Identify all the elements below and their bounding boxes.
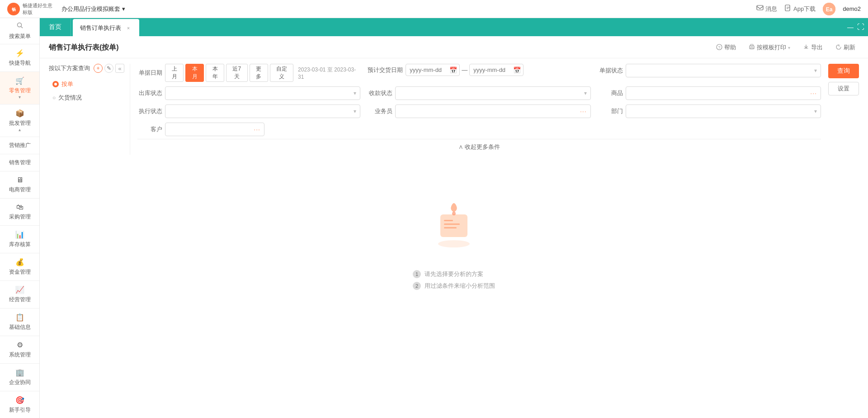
goods-label: 商品 <box>598 89 623 97</box>
dept-select[interactable]: ▾ <box>626 104 821 118</box>
retail-icon: 🛒 <box>15 76 24 85</box>
tab-active[interactable]: 销售订单执行表 × <box>73 19 139 37</box>
salesperson-group: 业务员 ··· <box>368 104 590 118</box>
goods-group: 商品 ··· <box>598 86 821 100</box>
sidebar-retail-label: 零售管理 <box>9 87 31 95</box>
scheme-label-0: 按单 <box>61 80 73 88</box>
user-name: demo2 <box>843 5 861 12</box>
sidebar-item-sales[interactable]: 销售管理 <box>0 154 39 171</box>
filter-panel: 按以下方案查询 + ✎ « <box>40 58 868 160</box>
empty-illustration <box>427 196 481 259</box>
expected-date-label: 预计交货日期 <box>368 66 403 74</box>
message-btn[interactable]: 消息 <box>756 5 777 13</box>
sidebar-newuser-label: 新手引导 <box>9 406 31 414</box>
main-layout: 搜索菜单 ⚡ 快捷导航 🛒 零售管理 ▾ 📦 批发管理 ▴ 营销推广 销售管理 … <box>0 18 868 418</box>
sidebar-sales-label: 销售管理 <box>9 159 31 166</box>
add-icon: + <box>96 65 99 71</box>
sidebar-item-finance[interactable]: 💰 资金管理 <box>0 253 39 281</box>
customer-dots-icon: ··· <box>254 126 260 133</box>
print-btn[interactable]: 按模板打印 ▾ <box>745 42 794 53</box>
quicknav-icon: ⚡ <box>15 49 24 57</box>
sidebar-item-search[interactable]: 搜索菜单 <box>0 18 39 44</box>
page-header: 销售订单执行表(按单) ? 帮助 <box>40 36 868 58</box>
collapse-more-label: ∧ 收起更多条件 <box>458 143 500 150</box>
hint-item-1: 1 请先选择要分析的方案 <box>413 268 495 280</box>
page-actions: ? 帮助 <box>712 42 859 53</box>
enterprise-icon: 🏢 <box>15 368 24 377</box>
sidebar-item-retail[interactable]: 🛒 零售管理 ▾ <box>0 72 39 104</box>
shortcut-last-month[interactable]: 上月 <box>165 64 184 82</box>
exec-status-group: 执行状态 ▾ <box>137 104 360 118</box>
sidebar-item-operations[interactable]: 📈 经营管理 <box>0 281 39 309</box>
dept-group: 部门 ▾ <box>598 104 821 118</box>
scheme-icon-1: ○ <box>52 95 56 101</box>
help-label: 帮助 <box>724 43 736 52</box>
company-select[interactable]: 办公用品行业模拟账套 ▾ <box>61 5 125 13</box>
query-label: 查询 <box>837 67 850 74</box>
search-icon <box>16 22 24 31</box>
settings-btn[interactable]: 设置 <box>828 82 859 95</box>
sidebar-item-purchase[interactable]: 🛍 采购管理 <box>0 199 39 226</box>
message-icon <box>756 5 764 13</box>
svg-point-6 <box>17 23 21 27</box>
sidebar-item-newuser[interactable]: 🎯 新手引导 <box>0 391 39 418</box>
system-icon: ⚙ <box>17 341 23 349</box>
status-select[interactable]: ▾ <box>626 64 821 77</box>
shortcut-custom[interactable]: 自定义 <box>270 64 294 82</box>
scheme-item-0[interactable]: 按单 <box>49 77 124 91</box>
sidebar-item-inventory[interactable]: 📊 库存核算 <box>0 226 39 253</box>
scheme-edit-btn[interactable]: ✎ <box>104 64 113 73</box>
sidebar-item-system[interactable]: ⚙ 系统管理 <box>0 336 39 364</box>
exec-status-select[interactable]: ▾ <box>165 104 360 118</box>
scheme-add-btn[interactable]: + <box>94 64 103 73</box>
print-icon <box>749 44 755 52</box>
scheme-collapse-btn[interactable]: « <box>115 64 124 73</box>
inventory-icon: 📊 <box>15 230 24 239</box>
date-end-wrap: 📅 <box>469 64 524 76</box>
delivery-status-group: 出库状态 ▾ <box>137 86 360 100</box>
expected-date-group: 预计交货日期 📅 — <box>368 64 590 76</box>
shortcut-7days[interactable]: 近7天 <box>226 64 247 82</box>
tab-bar-right: — ⛶ <box>847 23 868 31</box>
salesperson-select[interactable]: ··· <box>395 104 590 118</box>
shortcut-this-year[interactable]: 本年 <box>206 64 224 82</box>
hint-text-2: 用过滤条件来缩小分析范围 <box>425 280 495 292</box>
sidebar-basic-label: 基础信息 <box>9 323 31 331</box>
avatar[interactable]: Ea <box>823 3 835 15</box>
scheme-label-1: 欠货情况 <box>58 94 82 102</box>
sidebar-search-label: 搜索菜单 <box>9 33 31 40</box>
goods-select[interactable]: ··· <box>626 86 821 100</box>
help-btn[interactable]: ? 帮助 <box>712 42 740 53</box>
svg-rect-2 <box>757 5 763 10</box>
payment-status-select[interactable]: ▾ <box>395 86 590 100</box>
sidebar-item-marketing[interactable]: 营销推广 <box>0 137 39 154</box>
tab-home[interactable]: 首页 <box>40 18 71 36</box>
delivery-status-select[interactable]: ▾ <box>165 86 360 100</box>
scheme-item-1[interactable]: ○ 欠货情况 <box>49 91 124 104</box>
minimize-icon[interactable]: — <box>847 24 854 31</box>
collapse-more-btn[interactable]: ∧ 收起更多条件 <box>137 139 821 155</box>
refresh-btn[interactable]: 刷新 <box>832 42 859 53</box>
export-label: 导出 <box>811 43 823 52</box>
sidebar-item-wholesale[interactable]: 📦 批发管理 ▴ <box>0 104 39 137</box>
customer-select[interactable]: ··· <box>165 123 264 136</box>
filter-right-area: 单据日期 上月 本月 本年 近7天 更多 自定义 <box>130 64 859 155</box>
shortcut-more[interactable]: 更多 <box>250 64 268 82</box>
sidebar-item-quicknav[interactable]: ⚡ 快捷导航 <box>0 44 39 72</box>
empty-hint: 1 请先选择要分析的方案 2 用过滤条件来缩小分析范围 <box>413 268 495 292</box>
date-field-group: 单据日期 上月 本月 本年 近7天 更多 自定义 <box>137 64 360 82</box>
tab-close-btn[interactable]: × <box>125 24 132 32</box>
sidebar-item-ecommerce[interactable]: 🖥 电商管理 <box>0 171 39 199</box>
app-download-btn[interactable]: App下载 <box>784 5 816 13</box>
expand-icon[interactable]: ⛶ <box>857 23 864 31</box>
query-btn[interactable]: 查询 <box>828 64 859 78</box>
chevron-up-icon: ▴ <box>19 127 21 132</box>
payment-status-label: 收款状态 <box>368 89 392 97</box>
shortcut-this-month[interactable]: 本月 <box>185 64 204 82</box>
svg-rect-15 <box>444 220 453 221</box>
sidebar-item-basic[interactable]: 📋 基础信息 <box>0 309 39 336</box>
svg-point-13 <box>438 240 470 247</box>
header-right: 消息 App下载 Ea demo2 <box>756 3 861 15</box>
sidebar-item-enterprise[interactable]: 🏢 企业协同 <box>0 364 39 391</box>
export-btn[interactable]: 导出 <box>799 42 826 53</box>
